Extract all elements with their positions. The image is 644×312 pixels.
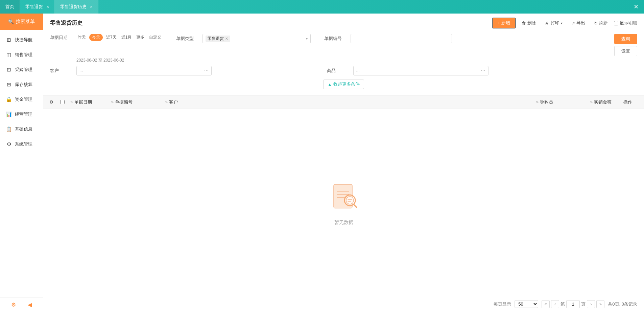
topbar-close[interactable]: ✕ (634, 3, 644, 10)
page-input[interactable] (566, 300, 580, 308)
date-opt-7days[interactable]: 近7天 (105, 34, 118, 41)
query-set-group: 查询 设置 (614, 34, 637, 56)
new-button[interactable]: + 新增 (492, 18, 516, 28)
basic-info-icon: 📋 (5, 126, 12, 133)
page-next-btn[interactable]: › (587, 300, 595, 308)
empty-state: 暂无数据 (43, 109, 644, 296)
page-header: 零售退货历史 + 新增 🗑 删除 🖨 打印 ▾ ↗ (43, 14, 644, 95)
sidebar-item-basic-info[interactable]: 📋 基础信息 (0, 122, 43, 137)
product-input-wrap: ··· (353, 66, 488, 75)
date-opt-today[interactable]: 今天 (89, 34, 103, 41)
show-detail-checkbox[interactable] (614, 21, 618, 25)
table-settings-btn[interactable]: ⚙ (46, 99, 57, 105)
per-page-label: 每页显示 (494, 301, 511, 307)
search-menu-btn[interactable]: 🔍 搜索菜单 (0, 14, 43, 30)
sidebar-item-finance[interactable]: 🔒 资金管理 (0, 92, 43, 107)
query-button[interactable]: 查询 (614, 34, 637, 44)
th-date: ⇅ 单据日期 (68, 99, 108, 105)
doc-no-label: 单据编号 (324, 36, 348, 42)
tab-retail-return-close[interactable]: ✕ (46, 5, 49, 9)
per-page-select[interactable]: 50 10 20 100 (515, 300, 538, 308)
sidebar-item-operations-label: 经营管理 (15, 111, 32, 117)
quick-nav-icon: ⊞ (5, 37, 12, 43)
print-button-label: 打印 (551, 20, 559, 26)
select-all-checkbox[interactable] (60, 100, 65, 104)
sidebar-item-basic-info-label: 基础信息 (15, 126, 32, 132)
date-opt-more[interactable]: 更多 (135, 34, 146, 41)
sidebar-item-purchase-mgmt[interactable]: ⊡ 采购管理 (0, 62, 43, 77)
empty-illustration (327, 179, 361, 214)
top-bar: 首页 零售退货 ✕ 零售退货历史 ✕ ✕ (0, 0, 644, 14)
product-label: 商品 (327, 68, 351, 74)
sidebar-item-operations[interactable]: 📊 经营管理 (0, 107, 43, 122)
table-select-all[interactable] (57, 100, 68, 104)
date-opt-custom[interactable]: 自定义 (148, 34, 163, 41)
main-layout: 🔍 搜索菜单 ⊞ 快捷导航 ◫ 销售管理 ⊡ 采购管理 ⊟ 库存核算 🔒 资金 (0, 14, 644, 312)
doc-type-tag: 零售退货 ✕ (206, 36, 230, 42)
doc-type-select[interactable]: 零售退货 ✕ ▾ (202, 34, 311, 43)
sort-guide-icon: ⇅ (536, 100, 539, 104)
set-button[interactable]: 设置 (614, 46, 637, 56)
customer-input[interactable] (79, 68, 204, 73)
sales-mgmt-icon: ◫ (5, 51, 12, 58)
doc-type-tag-close[interactable]: ✕ (225, 37, 228, 41)
sidebar-collapse-btn[interactable]: ◀ (28, 302, 32, 308)
sidebar-nav: ⊞ 快捷导航 ◫ 销售管理 ⊡ 采购管理 ⊟ 库存核算 🔒 资金管理 📊 经营管 (0, 30, 43, 297)
page-suffix: 页 (581, 301, 586, 307)
print-button[interactable]: 🖨 打印 ▾ (542, 19, 565, 27)
page-prev-btn[interactable]: ‹ (551, 300, 559, 308)
print-dropdown-icon: ▾ (561, 21, 563, 25)
show-detail-label: 显示明细 (620, 20, 637, 26)
refresh-button[interactable]: ↻ 刷新 (591, 19, 611, 27)
pagination-nav: « ‹ 第 页 › » (542, 300, 604, 308)
sort-customer-icon: ⇅ (165, 100, 168, 104)
sidebar-item-sales-mgmt[interactable]: ◫ 销售管理 (0, 47, 43, 62)
date-opt-1month[interactable]: 近1月 (120, 34, 133, 41)
date-range-display: 2023-06-02 至 2023-06-02 (76, 58, 124, 63)
sidebar-item-purchase-mgmt-label: 采购管理 (15, 67, 32, 73)
th-guide-label: 导购员 (540, 99, 553, 105)
th-actions-label: 操作 (623, 99, 632, 105)
sidebar-item-system-mgmt[interactable]: ⚙ 系统管理 (0, 137, 43, 152)
doc-no-input-wrap (351, 34, 452, 43)
product-input[interactable] (356, 68, 481, 73)
sidebar-gear-btn[interactable]: ⚙ (11, 302, 16, 308)
show-detail-checkbox-wrap[interactable]: 显示明细 (614, 20, 637, 26)
sidebar-item-inventory-label: 库存核算 (15, 82, 32, 88)
doc-type-dropdown-icon: ▾ (306, 37, 308, 41)
th-customer: ⇅ 客户 (162, 99, 533, 105)
svg-line-6 (354, 204, 357, 207)
svg-rect-0 (334, 184, 352, 208)
tab-retail-return-history[interactable]: 零售退货历史 ✕ (55, 0, 98, 14)
refresh-icon: ↻ (594, 21, 598, 26)
page-last-btn[interactable]: » (596, 300, 604, 308)
sidebar-item-inventory[interactable]: ⊟ 库存核算 (0, 77, 43, 92)
delete-icon: 🗑 (522, 21, 526, 26)
th-amount: ⇅ 实销金额 (574, 99, 614, 105)
customer-input-wrap: ··· (76, 66, 212, 75)
th-customer-label: 客户 (169, 99, 178, 105)
customer-dots-btn[interactable]: ··· (204, 68, 209, 74)
tab-retail-return-history-close[interactable]: ✕ (90, 5, 93, 9)
print-icon: 🖨 (545, 21, 549, 26)
filter-area: 单据日期 昨天 今天 近7天 近1月 更多 自定义 单据类型 (50, 32, 637, 95)
doc-type-tag-label: 零售退货 (208, 36, 224, 42)
sidebar-item-quick-nav[interactable]: ⊞ 快捷导航 (0, 32, 43, 47)
search-menu-label: 搜索菜单 (16, 19, 35, 25)
product-dots-btn[interactable]: ··· (481, 68, 485, 74)
purchase-mgmt-icon: ⊡ (5, 66, 12, 73)
doc-type-label: 单据类型 (176, 36, 200, 42)
tab-home[interactable]: 首页 (0, 0, 20, 14)
page-first-btn[interactable]: « (542, 300, 550, 308)
export-button[interactable]: ↗ 导出 (569, 19, 588, 27)
collapse-row: ▲ 收起更多条件 (50, 77, 637, 92)
tab-retail-return[interactable]: 零售退货 ✕ (20, 0, 55, 14)
th-guide: ⇅ 导购员 (533, 99, 574, 105)
collapse-btn[interactable]: ▲ 收起更多条件 (323, 80, 364, 89)
doc-no-input[interactable] (354, 36, 449, 41)
operations-icon: 📊 (5, 111, 12, 118)
date-opt-yesterday[interactable]: 昨天 (76, 34, 87, 41)
sort-asc-icon: ⇅ (70, 100, 73, 104)
collapse-btn-label: 收起更多条件 (333, 81, 360, 87)
delete-button[interactable]: 🗑 删除 (519, 19, 539, 27)
